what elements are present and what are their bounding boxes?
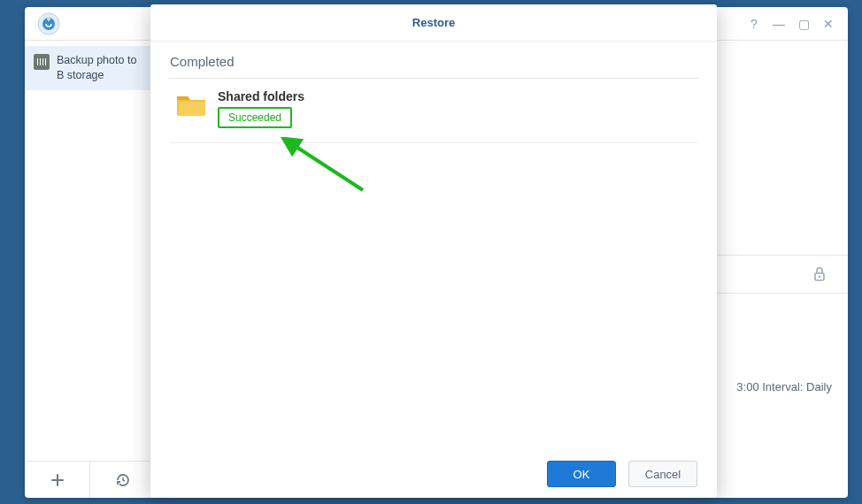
add-button[interactable] — [25, 462, 90, 498]
ok-button[interactable]: OK — [547, 461, 616, 487]
folder-icon — [175, 91, 207, 118]
divider — [168, 78, 699, 79]
history-button[interactable] — [90, 462, 155, 498]
plus-icon — [50, 472, 65, 488]
restore-item: Shared folders Succeeded — [170, 88, 697, 137]
modal-title: Restore — [150, 4, 717, 42]
sidebar: Backup photo to B storage — [25, 41, 156, 498]
svg-line-5 — [292, 144, 363, 190]
svg-point-3 — [819, 276, 820, 278]
divider — [170, 142, 697, 143]
lock-icon — [811, 265, 828, 283]
annotation-arrow-icon — [274, 137, 381, 208]
modal-footer: OK Cancel — [150, 450, 717, 498]
minimize-icon[interactable]: — — [766, 11, 791, 36]
restore-item-title: Shared folders — [218, 89, 692, 103]
backup-task-item[interactable]: Backup photo to B storage — [25, 46, 155, 90]
help-icon[interactable]: ? — [742, 11, 766, 36]
status-heading: Completed — [170, 54, 697, 69]
maximize-icon[interactable]: ▢ — [791, 11, 816, 36]
backup-task-label: Backup photo to B storage — [57, 53, 146, 83]
modal-body: Completed Shared folders Succeeded — [150, 42, 717, 450]
history-icon — [115, 472, 131, 488]
restore-modal: Restore Completed Shared folders Succeed… — [150, 4, 717, 498]
sidebar-footer — [25, 461, 155, 498]
svg-rect-4 — [179, 102, 205, 116]
app-icon — [37, 12, 60, 35]
task-icon — [34, 54, 50, 70]
status-badge: Succeeded — [218, 107, 292, 128]
close-icon[interactable]: ✕ — [816, 11, 841, 36]
cancel-button[interactable]: Cancel — [628, 461, 697, 487]
schedule-text: 3:00 Interval: Daily — [736, 380, 832, 393]
